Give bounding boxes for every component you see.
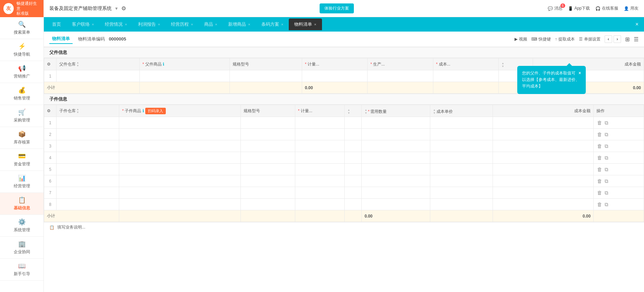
copy-row-button[interactable]: ⧉	[604, 166, 609, 173]
list-view-icon[interactable]: ☰	[634, 36, 639, 43]
tab-new-goods[interactable]: 新增商品 ×	[223, 19, 256, 30]
settings-icon[interactable]: ⚙	[47, 62, 51, 67]
prev-record-button[interactable]: ‹	[605, 35, 612, 43]
child-product-cell[interactable]	[119, 164, 240, 175]
child-product-cell[interactable]	[119, 152, 240, 164]
child-product-cell[interactable]	[119, 175, 240, 187]
child-product-cell[interactable]	[119, 117, 240, 129]
child-unit-cell[interactable]	[295, 187, 344, 199]
child-unit-cost-cell[interactable]	[430, 117, 493, 129]
close-icon[interactable]: ×	[248, 22, 250, 26]
child-unit-cell[interactable]	[295, 117, 344, 129]
delete-row-button[interactable]: 🗑	[596, 119, 603, 126]
sidebar-item-system[interactable]: ⚙️ 系统管理	[0, 215, 44, 237]
close-icon[interactable]: ×	[281, 22, 283, 26]
close-icon[interactable]: ×	[314, 22, 316, 26]
child-unit-cell[interactable]	[295, 199, 344, 210]
copy-row-button[interactable]: ⧉	[604, 142, 609, 150]
child-spec-cell[interactable]	[240, 199, 295, 210]
child-qty-cell[interactable]	[362, 117, 430, 129]
copy-row-button[interactable]: ⧉	[604, 189, 609, 197]
tab-goods[interactable]: 商品 ×	[199, 19, 223, 30]
child-unit-cell[interactable]	[295, 175, 344, 187]
copy-row-button[interactable]: ⧉	[604, 201, 609, 208]
child-product-cell[interactable]	[119, 199, 240, 210]
child-qty-cell[interactable]	[362, 164, 430, 175]
child-unit-cost-cell[interactable]	[430, 187, 493, 199]
child-unit-cell[interactable]	[295, 152, 344, 164]
sidebar-item-marketing[interactable]: 📢 营销推广	[0, 61, 44, 83]
delete-row-button[interactable]: 🗑	[596, 131, 603, 138]
child-qty-cell[interactable]	[362, 152, 430, 164]
tab-profit-report[interactable]: 利润报告 ×	[133, 19, 165, 30]
child-product-cell[interactable]	[119, 187, 240, 199]
child-unit-cost-cell[interactable]	[430, 129, 493, 140]
child-spec-cell[interactable]	[240, 164, 295, 175]
child-spec-cell[interactable]	[240, 129, 295, 140]
parent-spec-cell[interactable]	[230, 70, 302, 82]
child-product-cell[interactable]	[119, 129, 240, 140]
settings-icon[interactable]: ⚙	[47, 108, 51, 113]
tab-customer[interactable]: 客户联络 ×	[66, 19, 99, 30]
trial-button[interactable]: 体验行业方案	[320, 3, 354, 13]
next-record-button[interactable]: ›	[614, 35, 621, 43]
child-warehouse-cell[interactable]	[57, 117, 119, 129]
close-icon[interactable]: ×	[215, 22, 217, 26]
child-unit-cell[interactable]	[295, 140, 344, 152]
child-qty-cell[interactable]	[362, 140, 430, 152]
sidebar-item-purchase[interactable]: 🛒 采购管理	[0, 105, 44, 127]
sidebar-item-search[interactable]: 🔍 搜索菜单	[0, 17, 44, 39]
copy-row-button[interactable]: ⧉	[604, 119, 609, 127]
tab-biz-process[interactable]: 经营历程 ×	[165, 19, 198, 30]
settings-button[interactable]: ⚙	[121, 5, 126, 12]
child-unit-cost-cell[interactable]	[430, 175, 493, 187]
subtab-bom-list[interactable]: 物料清单	[49, 34, 73, 44]
close-icon[interactable]: ×	[191, 22, 193, 26]
sidebar-item-guide[interactable]: 📖 新手引导	[0, 259, 44, 281]
extract-cost-button[interactable]: ↑ 提取成本	[555, 36, 575, 42]
close-icon[interactable]: ×	[125, 22, 127, 26]
delete-row-button[interactable]: 🗑	[596, 177, 603, 185]
delete-row-button[interactable]: 🗑	[596, 189, 603, 196]
video-button[interactable]: ▶ 视频	[515, 36, 527, 42]
child-unit-cost-cell[interactable]	[430, 199, 493, 210]
child-unit-cost-cell[interactable]	[430, 152, 493, 164]
child-spec-cell[interactable]	[240, 140, 295, 152]
tab-bom[interactable]: 物料清单 ×	[289, 19, 322, 30]
child-warehouse-cell[interactable]	[57, 129, 119, 140]
delete-row-button[interactable]: 🗑	[596, 201, 603, 208]
parent-cost-cell[interactable]	[433, 70, 498, 82]
child-unit-cost-cell[interactable]	[430, 140, 493, 152]
child-warehouse-cell[interactable]	[57, 164, 119, 175]
shortcut-button[interactable]: ⌨ 快捷键	[531, 36, 551, 42]
delete-row-button[interactable]: 🗑	[596, 154, 603, 161]
child-product-cell[interactable]	[119, 140, 240, 152]
scan-input-button[interactable]: 扫码录入	[145, 108, 166, 114]
child-warehouse-cell[interactable]	[57, 175, 119, 187]
sidebar-item-enterprise[interactable]: 🏢 企业协同	[0, 237, 44, 259]
child-qty-cell[interactable]	[362, 187, 430, 199]
parent-unit-cell[interactable]	[302, 70, 368, 82]
sidebar-item-inventory[interactable]: 📦 库存核算	[0, 127, 44, 149]
single-settings-button[interactable]: ☰ 单据设置	[579, 36, 600, 42]
child-qty-cell[interactable]	[362, 199, 430, 210]
child-warehouse-cell[interactable]	[57, 187, 119, 199]
child-warehouse-cell[interactable]	[57, 152, 119, 164]
child-spec-cell[interactable]	[240, 175, 295, 187]
tab-barcode[interactable]: 条码方案 ×	[256, 19, 289, 30]
parent-product-cell[interactable]	[139, 70, 230, 82]
user-avatar[interactable]: 👤 用友	[624, 5, 639, 11]
sidebar-item-finance[interactable]: 💳 资金管理	[0, 149, 44, 171]
tab-operations-status[interactable]: 经营情况 ×	[99, 19, 132, 30]
copy-row-button[interactable]: ⧉	[604, 177, 609, 185]
sidebar-item-operations[interactable]: 📊 经营管理	[0, 171, 44, 193]
child-warehouse-cell[interactable]	[57, 199, 119, 210]
child-spec-cell[interactable]	[240, 187, 295, 199]
tooltip-close-button[interactable]: ×	[579, 70, 581, 77]
grid-view-icon[interactable]: ⊞	[625, 36, 630, 43]
parent-production-cell[interactable]	[368, 70, 433, 82]
parent-warehouse-cell[interactable]	[57, 70, 140, 82]
sidebar-item-sales[interactable]: 💰 销售管理	[0, 83, 44, 105]
close-icon[interactable]: ×	[158, 22, 160, 26]
child-spec-cell[interactable]	[240, 117, 295, 129]
